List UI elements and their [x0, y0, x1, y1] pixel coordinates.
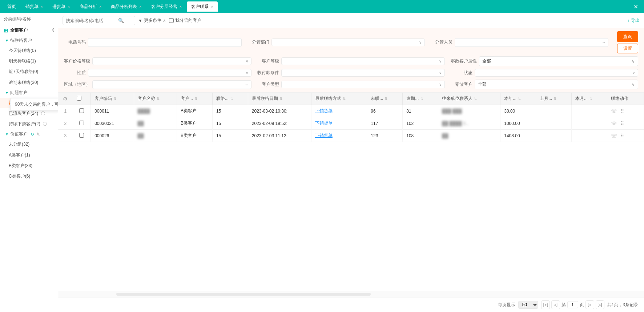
action-phone-icon[interactable]: ☏ — [611, 133, 617, 139]
refresh-icon[interactable]: ↻ — [31, 132, 34, 137]
payment-select[interactable]: ∨ — [281, 69, 445, 77]
sidebar-group-value[interactable]: ▼ 价值客户 ↻ ✎ — [0, 129, 58, 139]
my-customers-checkbox[interactable]: 我分管的客户 — [169, 17, 201, 24]
unlisted-sort-icon[interactable]: ⇅ — [385, 97, 387, 101]
status-select[interactable]: ∨ — [475, 69, 638, 77]
level-arrow: ∨ — [439, 59, 442, 63]
tab-customer-contact-close[interactable]: × — [211, 4, 213, 9]
page-input[interactable] — [567, 301, 578, 308]
sidebar-group-value-label: 价值客户 — [10, 131, 28, 137]
tab-analysis-list-close[interactable]: × — [139, 4, 141, 9]
sidebar-group-problem[interactable]: ▼ 问题客户 — [0, 88, 58, 98]
row-checkbox[interactable] — [73, 130, 91, 142]
pagination-total: 共1页，3条记录 — [607, 302, 638, 308]
contact-sort-icon[interactable]: ⇅ — [230, 97, 233, 101]
action-menu-icon[interactable]: ⠿ — [620, 108, 624, 114]
sidebar-item-ungrouped[interactable]: 未分组(32) — [0, 139, 58, 150]
sidebar-item-c-class[interactable]: C类客户(6) — [0, 171, 58, 182]
row-checkbox[interactable] — [73, 105, 91, 117]
phone-input[interactable] — [88, 38, 242, 47]
tab-sales-close[interactable]: × — [41, 4, 43, 9]
table-horizontal-scrollbar[interactable] — [116, 293, 371, 296]
settings-button[interactable]: 设置 — [617, 44, 638, 53]
my-customers-check[interactable] — [169, 18, 174, 23]
sidebar-item-declining[interactable]: 持续下滑客户(2) ⓘ — [0, 119, 58, 129]
tab-sales-label: 销货单 — [25, 4, 39, 10]
type-sort-icon[interactable]: ⇅ — [194, 97, 197, 101]
export-button[interactable]: ↑ 导出 — [627, 17, 640, 24]
customer-level-select[interactable]: ∨ — [281, 57, 445, 65]
row-contact-count: 15 — [212, 117, 248, 130]
sidebar-root[interactable]: ⊞ 全部客户 《 — [0, 25, 58, 36]
tab-purchase-close[interactable]: × — [68, 4, 70, 9]
tab-home[interactable]: 首页 — [3, 1, 20, 12]
filter-search-icon[interactable]: 🔍 — [118, 18, 124, 23]
sidebar-item-tomorrow[interactable]: 明天待联络(1) — [0, 56, 58, 66]
collapse-icon[interactable]: 《 — [50, 27, 54, 33]
tab-customer-tier-close[interactable]: × — [180, 4, 182, 9]
zero-customer-value[interactable]: 全部 ∨ — [475, 80, 638, 89]
code-sort-icon[interactable]: ⇅ — [113, 97, 116, 101]
person-sort-icon[interactable]: ⇅ — [474, 97, 477, 101]
per-page-select[interactable]: 50 100 200 — [518, 301, 538, 309]
row-check-2[interactable] — [79, 133, 84, 138]
sidebar-search-input[interactable] — [4, 16, 58, 21]
gender-select[interactable]: ∨ — [88, 69, 251, 77]
action-menu-icon[interactable]: ⠿ — [620, 133, 624, 139]
price-level-label: 客户价格等级 — [64, 58, 90, 64]
tab-analysis-close[interactable]: × — [99, 4, 101, 9]
row-check-1[interactable] — [79, 121, 84, 125]
filter-field-person: 分管人员 ··· — [431, 38, 608, 47]
select-all-checkbox[interactable] — [77, 96, 81, 101]
month-sort-icon[interactable]: ⇅ — [589, 97, 592, 101]
action-phone-icon[interactable]: ☏ — [611, 108, 617, 114]
lmonth-sort-icon[interactable]: ⇅ — [554, 97, 556, 101]
filter-search-input[interactable] — [66, 18, 117, 23]
sidebar-item-a-class[interactable]: A类客户(1) — [0, 150, 58, 161]
tab-purchase[interactable]: 进货单 × — [48, 1, 74, 12]
tab-customer-contact[interactable]: 客户联系 × — [187, 1, 217, 12]
page-prev-btn[interactable]: ◁ — [551, 300, 560, 309]
window-close-button[interactable]: ✕ — [631, 3, 641, 10]
page-last-btn[interactable]: ▷| — [596, 300, 604, 309]
zero-attr-value[interactable]: 全部 ∨ — [479, 56, 638, 66]
sidebar-group-pending[interactable]: ▼ 待联络客户 — [0, 36, 58, 45]
sidebar-item-overdue[interactable]: 逾期未联络(30) — [0, 77, 58, 88]
dept-select[interactable]: ∨ — [271, 39, 425, 46]
col-code: 客户编码 ⇅ — [91, 93, 134, 105]
customer-type-select[interactable]: ∨ — [281, 81, 445, 88]
region-select[interactable]: ··· — [92, 80, 251, 89]
page-first-btn[interactable]: |◁ — [541, 300, 550, 309]
edit-icon[interactable]: ✎ — [36, 132, 40, 137]
sidebar-item-b-class[interactable]: B类客户(33) — [0, 161, 58, 171]
tab-analysis[interactable]: 商品分析 × — [75, 1, 106, 12]
table-row: 3 000026 ██ B类客户 15 2023-02-03 11:12: 下销… — [58, 130, 644, 142]
filter-field-phone: 电话号码 — [64, 38, 242, 47]
query-button[interactable]: 查询 — [617, 31, 638, 42]
col-gear[interactable]: ⚙ — [58, 93, 73, 105]
sidebar-item-today[interactable]: 今天待联络(0) — [0, 45, 58, 56]
tab-customer-tier[interactable]: 客户分层经营 × — [147, 1, 186, 12]
zero-customer-label: 零散客户 — [451, 81, 472, 88]
sidebar-item-7days[interactable]: 近7天待联络(0) — [0, 66, 58, 77]
more-conditions-toggle[interactable]: ▼ 更多条件 ∧ — [138, 17, 166, 24]
price-level-select[interactable]: ∨ — [92, 57, 251, 65]
year-sort-icon[interactable]: ⇅ — [518, 97, 521, 101]
overdue-sort-icon[interactable]: ⇅ — [420, 97, 423, 101]
date-sort-icon[interactable]: ⇅ — [279, 97, 282, 101]
row-contact-count: 15 — [212, 105, 248, 117]
page-suffix: 页 — [580, 302, 584, 308]
person-select[interactable]: ··· — [455, 38, 608, 47]
method-sort-icon[interactable]: ⇅ — [343, 97, 346, 101]
tab-sales[interactable]: 销货单 × — [21, 1, 47, 12]
row-last-date: 2023-02-09 19:52: — [248, 117, 311, 130]
tab-analysis-list[interactable]: 商品分析列表 × — [106, 1, 146, 12]
action-menu-icon[interactable]: ⠿ — [620, 121, 624, 126]
pagination-bar: 每页显示 50 100 200 |◁ ◁ 第 页 ▷ ▷| 共1页，3条记录 — [58, 297, 644, 312]
action-phone-icon[interactable]: ☏ — [611, 121, 617, 126]
row-checkbox[interactable] — [73, 117, 91, 130]
name-sort-icon[interactable]: ⇅ — [157, 97, 160, 101]
page-next-btn[interactable]: ▷ — [585, 300, 594, 309]
row-check-0[interactable] — [79, 108, 84, 113]
gear-icon[interactable]: ⚙ — [63, 96, 68, 102]
